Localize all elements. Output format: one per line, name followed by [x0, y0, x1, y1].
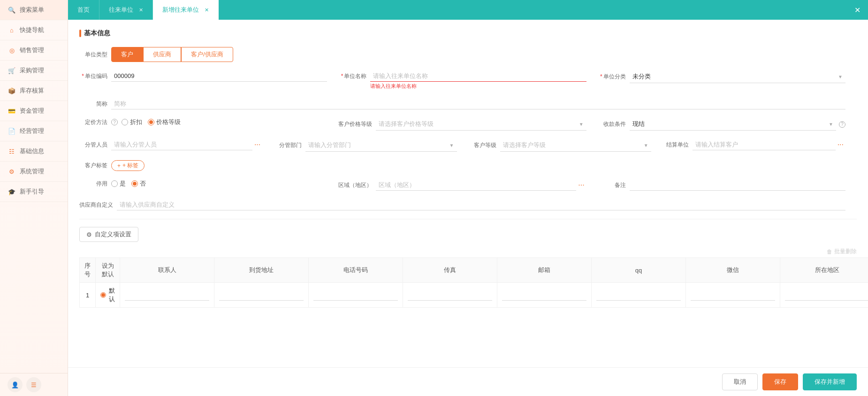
customer-level-select[interactable]: 请选择客户等级 ▼: [500, 139, 651, 152]
pricing-radio-group: 折扣 价格等级: [122, 118, 181, 126]
sidebar-item-purchase[interactable]: 🛒 采购管理: [0, 61, 68, 81]
email-input[interactable]: [502, 289, 586, 301]
dept-field: 分管部门 请输入分管部门 ▼: [274, 139, 468, 152]
col-seq: 序号: [80, 258, 96, 283]
disable-label: 停用: [79, 180, 107, 188]
unit-name-input[interactable]: [370, 70, 586, 82]
section-bar-icon: [79, 30, 81, 37]
unit-type-group: 客户 供应商 客户/供应商: [111, 47, 233, 62]
supplier-custom-field: 供应商自定义: [79, 199, 857, 210]
chart-icon: ◎: [8, 46, 16, 54]
row-region-input[interactable]: [785, 289, 868, 301]
pricing-level-radio[interactable]: 价格等级: [148, 118, 181, 126]
remark-input[interactable]: [630, 179, 845, 191]
remark-field: 备注: [598, 179, 857, 191]
region-field: 区域（地区） ···: [338, 179, 597, 191]
customer-tag-label: 客户标签: [79, 162, 107, 170]
row-default-radio[interactable]: [100, 292, 106, 298]
unit-category-select[interactable]: 未分类 ▼: [630, 70, 845, 83]
cancel-button[interactable]: 取消: [722, 373, 758, 390]
region-more-btn[interactable]: ···: [576, 181, 586, 189]
disable-no-radio[interactable]: 否: [131, 179, 146, 188]
cell-phone[interactable]: [309, 283, 403, 308]
short-name-input[interactable]: [111, 98, 845, 109]
short-name-label: 简称: [79, 100, 107, 108]
custom-settings-btn[interactable]: ⚙ 自定义项设置: [79, 227, 138, 242]
unit-name-field: 单位名称 请输入往来单位名称: [338, 70, 597, 90]
cell-region[interactable]: [780, 283, 868, 308]
batch-delete-label[interactable]: 批量删除: [834, 248, 857, 256]
unit-type-customer-btn[interactable]: 客户: [111, 47, 143, 62]
tab-bar-close-all[interactable]: ✕: [847, 6, 868, 15]
short-name-field: 简称: [79, 98, 857, 109]
box-icon: 📦: [8, 86, 16, 95]
tab-unit-list[interactable]: 往来单位 ✕: [99, 0, 153, 20]
home-icon: ⌂: [8, 26, 16, 34]
unit-code-input[interactable]: [111, 70, 327, 82]
dept-select[interactable]: 请输入分管部门 ▼: [305, 139, 457, 152]
content-area: 基本信息 单位类型 客户 供应商 客户/供应商 单位编码 单位名称: [68, 20, 868, 396]
batch-delete-icon: 🗑: [827, 248, 832, 255]
pricing-discount-radio[interactable]: 折扣: [122, 118, 142, 126]
disable-radio-group: 是 否: [111, 179, 146, 188]
col-phone: 电话号码: [309, 258, 403, 283]
contact-input[interactable]: [125, 289, 209, 301]
footer: 取消 保存 保存并新增: [68, 367, 868, 396]
unit-category-field: 单位分类 未分类 ▼: [598, 70, 857, 83]
supplier-custom-input[interactable]: [117, 199, 845, 210]
sidebar-item-quick-nav[interactable]: ⌂ 快捷导航: [0, 20, 68, 40]
sidebar-expand-btn[interactable]: ☰: [26, 377, 41, 392]
save-button[interactable]: 保存: [762, 373, 798, 390]
payment-terms-select[interactable]: 现结 ▼: [630, 118, 836, 131]
unit-type-label: 单位类型: [79, 51, 107, 59]
tab-home[interactable]: 首页: [68, 0, 99, 20]
sidebar-item-inventory[interactable]: 📦 库存核算: [0, 81, 68, 101]
manager-more-btn[interactable]: ···: [252, 140, 262, 149]
sidebar-item-system[interactable]: ⚙ 系统管理: [0, 162, 68, 182]
sidebar-user-btn[interactable]: 👤: [8, 377, 23, 392]
sidebar-item-operations[interactable]: 📄 经营管理: [0, 121, 68, 141]
phone-input[interactable]: [313, 289, 398, 301]
unit-type-both-btn[interactable]: 客户/供应商: [181, 47, 233, 62]
save-new-button[interactable]: 保存并新增: [803, 373, 857, 390]
fax-input[interactable]: [408, 289, 492, 301]
sidebar-item-search[interactable]: 🔍 搜索菜单: [0, 0, 68, 20]
code-name-row: 单位编码 单位名称 请输入往来单位名称 单位分类 未分类 ▼: [79, 70, 857, 90]
tab-new-unit[interactable]: 新增往来单位 ✕: [153, 0, 219, 20]
tab-unit-list-close[interactable]: ✕: [139, 7, 143, 13]
customer-price-field: 客户价格等级 请选择客户价格等级 ▼: [338, 118, 597, 131]
qq-input[interactable]: [596, 289, 681, 301]
cell-fax[interactable]: [403, 283, 497, 308]
add-tag-btn[interactable]: + + 标签: [111, 160, 145, 171]
remark-label: 备注: [598, 181, 626, 189]
pricing-method-label: 定价方法: [79, 118, 107, 126]
address-input[interactable]: [219, 289, 304, 301]
settlement-unit-label: 结算单位: [662, 141, 689, 149]
disable-yes-radio[interactable]: 是: [111, 179, 126, 188]
settlement-unit-more-btn[interactable]: ···: [836, 140, 845, 149]
add-tag-icon: +: [117, 163, 121, 169]
manager-label: 分管人员: [79, 141, 107, 149]
pricing-info-icon[interactable]: ?: [111, 119, 118, 125]
customer-level-arrow: ▼: [644, 143, 648, 148]
divider: [79, 219, 857, 219]
region-input[interactable]: [376, 179, 576, 191]
cell-qq[interactable]: [592, 283, 686, 308]
cell-email[interactable]: [497, 283, 592, 308]
cell-address[interactable]: [214, 283, 309, 308]
payment-terms-info-icon[interactable]: ?: [839, 121, 845, 128]
settlement-unit-input[interactable]: [693, 139, 836, 150]
sidebar-item-base-info[interactable]: ☷ 基础信息: [0, 141, 68, 162]
wechat-input[interactable]: [691, 289, 775, 301]
manager-input[interactable]: [111, 139, 252, 150]
unit-type-supplier-btn[interactable]: 供应商: [143, 47, 181, 62]
sidebar-item-finance[interactable]: 💳 资金管理: [0, 101, 68, 121]
table-header: 序号 设为默认 联系人 到货地址 电话号码 传真 邮箱 qq 微信 所在地区 操…: [80, 258, 868, 283]
sidebar-item-sales[interactable]: ◎ 销售管理: [0, 40, 68, 61]
cell-contact[interactable]: [120, 283, 214, 308]
customer-price-select[interactable]: 请选择客户价格等级 ▼: [376, 118, 586, 131]
tab-new-unit-close[interactable]: ✕: [205, 7, 209, 13]
cell-wechat[interactable]: [686, 283, 780, 308]
sidebar-item-guide[interactable]: 🎓 新手引导: [0, 182, 68, 202]
region-label: 区域（地区）: [338, 181, 372, 189]
